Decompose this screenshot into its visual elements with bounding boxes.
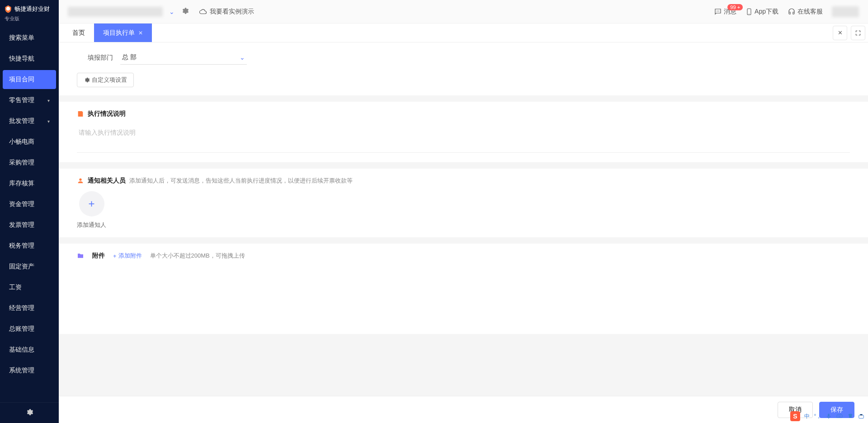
ime-skin-icon[interactable] bbox=[846, 412, 854, 420]
sidebar-item-6[interactable]: 采购管理 bbox=[0, 152, 59, 173]
sidebar-item-label: 批发管理 bbox=[9, 117, 34, 125]
sidebar-item-label: 项目合同 bbox=[9, 75, 34, 84]
chevron-down-icon: ⌄ bbox=[240, 54, 245, 61]
notify-hint: 添加通知人后，可发送消息，告知这些人当前执行进度情况，以便进行后续开票收款等 bbox=[129, 177, 353, 185]
sidebar-item-14[interactable]: 总账管理 bbox=[0, 319, 59, 339]
add-attachment-button[interactable]: + 添加附件 bbox=[113, 252, 142, 260]
messages-badge: 99 + bbox=[727, 4, 743, 10]
sidebar-item-3[interactable]: 零售管理▾ bbox=[0, 90, 59, 111]
sidebar-item-label: 固定资产 bbox=[9, 263, 34, 271]
attach-title: 附件 bbox=[92, 252, 105, 260]
ime-mic-icon[interactable] bbox=[825, 412, 833, 420]
demo-label: 我要看实例演示 bbox=[210, 8, 254, 16]
sidebar-item-9[interactable]: 发票管理 bbox=[0, 215, 59, 235]
note-icon bbox=[77, 110, 84, 118]
sidebar-item-13[interactable]: 经营管理 bbox=[0, 298, 59, 319]
add-attach-label: 添加附件 bbox=[118, 252, 142, 260]
expand-icon bbox=[855, 30, 861, 36]
ime-keyboard-icon[interactable] bbox=[835, 412, 844, 420]
sidebar-item-12[interactable]: 工资 bbox=[0, 277, 59, 298]
sidebar-item-label: 快捷导航 bbox=[9, 55, 34, 63]
messages-button[interactable]: 消息 99 + bbox=[714, 8, 736, 16]
sidebar-item-0[interactable]: 搜索菜单 bbox=[0, 28, 59, 48]
field-department: 填报部门 总 部 ⌄ bbox=[77, 51, 850, 65]
add-person-button[interactable]: + bbox=[79, 191, 104, 216]
sidebar-item-2[interactable]: 项目合同 bbox=[3, 70, 56, 89]
footer: 取消 保存 bbox=[59, 396, 868, 423]
sidebar-item-label: 发票管理 bbox=[9, 221, 34, 229]
ime-toolbox-icon[interactable] bbox=[857, 412, 865, 420]
demo-link[interactable]: 我要看实例演示 bbox=[199, 8, 254, 16]
sidebar-item-1[interactable]: 快捷导航 bbox=[0, 48, 59, 69]
sidebar-settings[interactable] bbox=[0, 402, 59, 423]
service-label: 在线客服 bbox=[797, 8, 823, 16]
sidebar-item-label: 基础信息 bbox=[9, 346, 34, 354]
ime-logo-icon: S bbox=[790, 411, 800, 421]
sidebar: 畅捷通好业财 专业版 搜索菜单快捷导航项目合同零售管理▾批发管理▾小畅电商采购管… bbox=[0, 0, 59, 423]
tab-home-label: 首页 bbox=[72, 29, 85, 37]
sidebar-item-7[interactable]: 库存核算 bbox=[0, 173, 59, 194]
brand-name: 畅捷通好业财 bbox=[14, 5, 50, 13]
brand-icon bbox=[4, 5, 13, 14]
panel-execution: 执行情况说明 bbox=[59, 102, 868, 162]
sidebar-item-4[interactable]: 批发管理▾ bbox=[0, 111, 59, 132]
ime-lang[interactable]: 中 bbox=[803, 412, 811, 420]
org-chevron-icon[interactable]: ⌄ bbox=[169, 8, 175, 15]
tab-project-execute[interactable]: 项目执行单 ✕ bbox=[94, 24, 152, 42]
svg-point-4 bbox=[749, 14, 749, 14]
sidebar-item-8[interactable]: 资金管理 bbox=[0, 194, 59, 215]
sidebar-item-label: 零售管理 bbox=[9, 96, 34, 104]
sidebar-item-5[interactable]: 小畅电商 bbox=[0, 132, 59, 152]
service-button[interactable]: 在线客服 bbox=[788, 8, 823, 16]
sidebar-item-label: 资金管理 bbox=[9, 200, 34, 208]
org-selector[interactable] bbox=[68, 7, 163, 17]
section-attach-header: 附件 + 添加附件 单个大小不超过200MB，可拖拽上传 bbox=[77, 252, 850, 260]
tab-home[interactable]: 首页 bbox=[63, 24, 94, 42]
dept-value: 总 部 bbox=[122, 53, 137, 61]
sidebar-item-10[interactable]: 税务管理 bbox=[0, 235, 59, 256]
exec-title: 执行情况说明 bbox=[88, 110, 126, 118]
svg-point-0 bbox=[717, 10, 717, 11]
headset-icon bbox=[788, 8, 796, 16]
tabs: 首页 项目执行单 ✕ ✕ bbox=[59, 24, 868, 42]
cloud-icon bbox=[199, 8, 207, 16]
dept-label: 填报部门 bbox=[77, 54, 113, 62]
user-icon bbox=[77, 177, 84, 184]
brand-sub: 专业版 bbox=[0, 15, 59, 28]
sidebar-item-label: 采购管理 bbox=[9, 159, 34, 167]
user-avatar[interactable] bbox=[832, 6, 859, 17]
topbar: ⌄ 我要看实例演示 消息 99 + App下载 bbox=[59, 0, 868, 24]
tabs-right: ✕ bbox=[833, 24, 868, 42]
brand-logo: 畅捷通好业财 bbox=[0, 0, 59, 15]
attach-hint: 单个大小不超过200MB，可拖拽上传 bbox=[150, 252, 245, 260]
main-area: ⌄ 我要看实例演示 消息 99 + App下载 bbox=[59, 0, 868, 423]
custom-fields-button[interactable]: 自定义项设置 bbox=[77, 73, 134, 87]
app-label: App下载 bbox=[755, 8, 778, 16]
close-tab-button[interactable]: ✕ bbox=[833, 26, 847, 40]
panel-form: 填报部门 总 部 ⌄ 自定义项设置 bbox=[59, 42, 868, 95]
topbar-left: ⌄ 我要看实例演示 bbox=[68, 7, 254, 17]
ime-punct-icon[interactable]: °， bbox=[814, 412, 822, 420]
fullscreen-button[interactable] bbox=[851, 26, 865, 40]
exec-textarea[interactable] bbox=[77, 124, 850, 153]
svg-rect-6 bbox=[859, 415, 864, 418]
content[interactable]: 填报部门 总 部 ⌄ 自定义项设置 执行情况说明 bbox=[59, 42, 868, 423]
sidebar-items: 搜索菜单快捷导航项目合同零售管理▾批发管理▾小畅电商采购管理库存核算资金管理发票… bbox=[0, 28, 59, 402]
sidebar-item-16[interactable]: 系统管理 bbox=[0, 360, 59, 381]
close-icon[interactable]: ✕ bbox=[138, 30, 143, 36]
app-download-button[interactable]: App下载 bbox=[745, 8, 778, 16]
sidebar-item-label: 系统管理 bbox=[9, 367, 34, 375]
dept-select[interactable]: 总 部 ⌄ bbox=[120, 51, 247, 65]
ime-bar[interactable]: S 中 °， bbox=[790, 411, 865, 421]
svg-point-1 bbox=[717, 10, 718, 11]
sidebar-item-15[interactable]: 基础信息 bbox=[0, 339, 59, 360]
gear-icon bbox=[25, 408, 33, 416]
settings-icon[interactable] bbox=[181, 7, 189, 17]
caret-down-icon: ▾ bbox=[47, 119, 50, 124]
svg-rect-5 bbox=[837, 415, 842, 418]
plus-icon: + bbox=[113, 253, 117, 259]
gear-icon bbox=[84, 77, 90, 83]
sidebar-item-label: 税务管理 bbox=[9, 242, 34, 250]
sidebar-item-11[interactable]: 固定资产 bbox=[0, 256, 59, 277]
sidebar-item-label: 经营管理 bbox=[9, 304, 34, 312]
